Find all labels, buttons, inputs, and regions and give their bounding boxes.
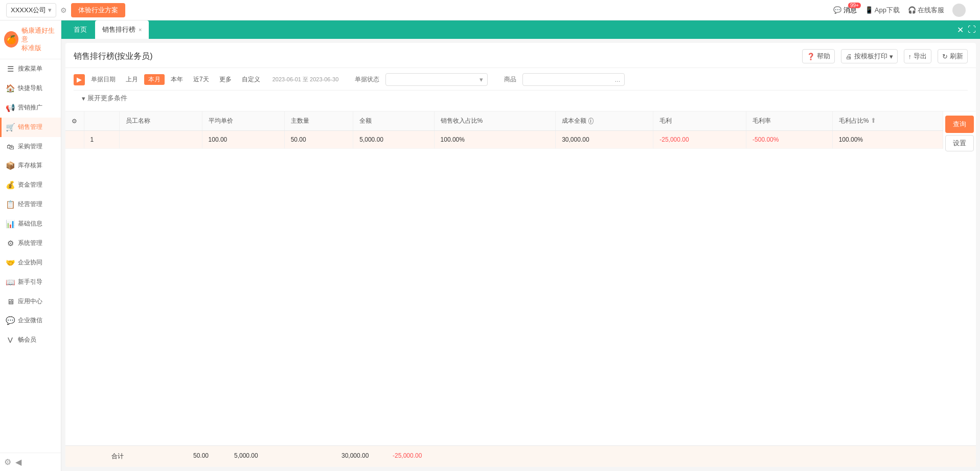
content-area: 首页 销售排行榜 × ✕ ⛶ 销售排行榜(按业务员) ❓ 帮助 [61, 20, 980, 471]
sidebar-item-search[interactable]: ☰ 搜索菜单 [0, 59, 61, 79]
print-btn[interactable]: 🖨 按模板打印 ▾ [841, 49, 898, 63]
page-content: 销售排行榜(按业务员) ❓ 帮助 🖨 按模板打印 ▾ ↑ 导出 [65, 43, 976, 467]
settings-bottom-icon[interactable]: ⚙ [4, 457, 11, 467]
tab-active[interactable]: 销售排行榜 × [95, 20, 149, 39]
sidebar-label-sales: 销售管理 [18, 123, 42, 131]
date-tab-current-month[interactable]: 本月 [144, 74, 165, 85]
message-area[interactable]: 💬 消息 99+ [833, 6, 857, 15]
expand-btn[interactable]: ▾ 展开更多条件 [74, 90, 968, 106]
sidebar-item-operations[interactable]: 📋 经营管理 [0, 195, 61, 214]
cell-cost: 30,000.00 [556, 131, 653, 149]
goods-ellipsis: ... [615, 76, 621, 83]
sidebar-item-wechat[interactable]: 💬 企业微信 [0, 311, 61, 330]
refresh-btn[interactable]: ↻ 刷新 [938, 49, 968, 63]
date-tab-custom[interactable]: 自定义 [238, 74, 264, 85]
sidebar-item-finance[interactable]: 💰 资金管理 [0, 175, 61, 195]
company-name: XXXXX公司 [11, 6, 46, 15]
trial-button[interactable]: 体验行业方案 [71, 3, 125, 17]
sidebar-item-inventory[interactable]: 📦 库存核算 [0, 156, 61, 175]
close-window-icon[interactable]: ✕ [957, 25, 964, 35]
sidebar: 🍊 畅康通好生意 标准版 ☰ 搜索菜单 🏠 快捷导航 📢 营销推广 🛒 销售管理… [0, 20, 61, 471]
cost-info-icon[interactable]: i [588, 118, 594, 124]
footer-avg-price [146, 450, 187, 463]
tab-home[interactable]: 首页 [65, 20, 95, 39]
col-profit: 毛利 [653, 111, 746, 131]
col-sales-pct: 销售收入占比% [434, 111, 556, 131]
sidebar-item-basic[interactable]: 📊 基础信息 [0, 214, 61, 234]
help-icon: ❓ [807, 53, 815, 60]
col-settings[interactable]: ⚙ [65, 111, 84, 131]
sidebar-label-collab: 企业协同 [18, 258, 42, 267]
sidebar-label-operations: 经营管理 [18, 200, 42, 209]
sidebar-label-system: 系统管理 [18, 239, 42, 248]
settings-button[interactable]: 设置 [945, 135, 974, 151]
sidebar-icon-system: ⚙ [6, 239, 15, 248]
sidebar-icon-inventory: 📦 [6, 161, 15, 170]
top-bar: XXXXX公司 ▾ ⚙ 体验行业方案 💬 消息 99+ 📱 App下载 🎧 在线… [0, 0, 980, 20]
online-service-label: 在线客服 [918, 6, 944, 15]
app-download-btn[interactable]: 📱 App下载 [865, 6, 900, 15]
sidebar-item-guide[interactable]: 📖 新手引导 [0, 273, 61, 292]
collapse-icon[interactable]: ◀ [15, 457, 21, 467]
app-download-label: App下载 [875, 6, 900, 15]
print-icon: 🖨 [846, 53, 852, 60]
refresh-label: 刷新 [950, 52, 963, 61]
sidebar-label-inventory: 库存核算 [18, 161, 42, 170]
col-amount: 全额 [353, 111, 434, 131]
export-btn[interactable]: ↑ 导出 [904, 49, 932, 63]
sidebar-bottom: ⚙ ◀ [0, 453, 61, 471]
goods-select[interactable]: ... [522, 73, 625, 86]
date-range-display: 2023-06-01 至 2023-06-30 [272, 76, 339, 83]
query-button[interactable]: 查询 [945, 116, 974, 133]
company-selector[interactable]: XXXXX公司 ▾ [6, 3, 56, 17]
sidebar-icon-nav: 🏠 [6, 84, 15, 93]
sidebar-item-collab[interactable]: 🤝 企业协同 [0, 253, 61, 273]
app-icon: 📱 [865, 6, 873, 14]
sidebar-label-wechat: 企业微信 [18, 316, 42, 325]
date-tab-more[interactable]: 更多 [215, 74, 236, 85]
page-title: 销售排行榜(按业务员) [74, 51, 153, 62]
maximize-icon[interactable]: ⛶ [968, 25, 976, 35]
sidebar-item-purchase[interactable]: 🛍 采购管理 [0, 137, 61, 156]
cell-sales-pct: 100.00% [434, 131, 556, 149]
filter-toggle-btn[interactable]: ▶ [74, 74, 85, 85]
footer-cost: 30,000.00 [335, 450, 386, 463]
filter-row: ▶ 单据日期 上月 本月 本年 近7天 更多 自定义 2023-06-01 至 … [74, 73, 968, 86]
sidebar-item-sales[interactable]: 🛒 销售管理 [0, 118, 61, 137]
tab-close-icon[interactable]: × [139, 27, 142, 33]
export-label: 导出 [914, 52, 927, 61]
sidebar-item-member[interactable]: V 畅会员 [0, 330, 61, 349]
sidebar-item-nav[interactable]: 🏠 快捷导航 [0, 79, 61, 98]
profit-pct-sort-icon[interactable]: ⬆ [871, 117, 876, 124]
sidebar-label-finance: 资金管理 [18, 181, 42, 189]
col-cost: 成本全额 i [556, 111, 653, 131]
help-btn[interactable]: ❓ 帮助 [802, 49, 835, 63]
top-right-area: 💬 消息 99+ 📱 App下载 🎧 在线客服 [833, 4, 974, 17]
online-service-btn[interactable]: 🎧 在线客服 [908, 6, 944, 15]
sidebar-icon-guide: 📖 [6, 278, 15, 287]
sidebar-item-marketing[interactable]: 📢 营销推广 [0, 98, 61, 118]
table-header-row: ⚙ 员工名称 平均单价 主数量 全额 销售收入占比% 成本全额 i 毛利 毛利率 [65, 111, 943, 131]
sidebar-item-system[interactable]: ⚙ 系统管理 [0, 234, 61, 253]
cell-qty: 50.00 [284, 131, 353, 149]
tab-bar-right: ✕ ⛶ [957, 25, 976, 35]
sidebar-icon-wechat: 💬 [6, 316, 15, 325]
footer-label [72, 450, 90, 463]
page-header: 销售排行榜(按业务员) ❓ 帮助 🖨 按模板打印 ▾ ↑ 导出 [65, 43, 976, 68]
footer-qty: 50.00 [187, 450, 228, 463]
sidebar-icon-member: V [6, 335, 15, 344]
avatar[interactable] [952, 4, 966, 17]
help-label: 帮助 [817, 52, 830, 61]
sidebar-icon-search: ☰ [6, 64, 15, 74]
date-tab-7days[interactable]: 近7天 [189, 74, 213, 85]
sidebar-label-search: 搜索菜单 [18, 64, 42, 73]
goods-filter-label: 商品 [504, 75, 516, 84]
status-select[interactable]: ▾ [385, 73, 488, 86]
date-tab-year[interactable]: 本年 [167, 74, 187, 85]
date-tab-prev-month[interactable]: 上月 [122, 74, 142, 85]
logo-icon: 🍊 [4, 31, 18, 48]
settings-icon[interactable]: ⚙ [60, 6, 67, 14]
sidebar-item-apps[interactable]: 🖥 应用中心 [0, 292, 61, 311]
cell-name [120, 131, 202, 149]
sidebar-logo: 🍊 畅康通好生意 标准版 [0, 20, 61, 59]
